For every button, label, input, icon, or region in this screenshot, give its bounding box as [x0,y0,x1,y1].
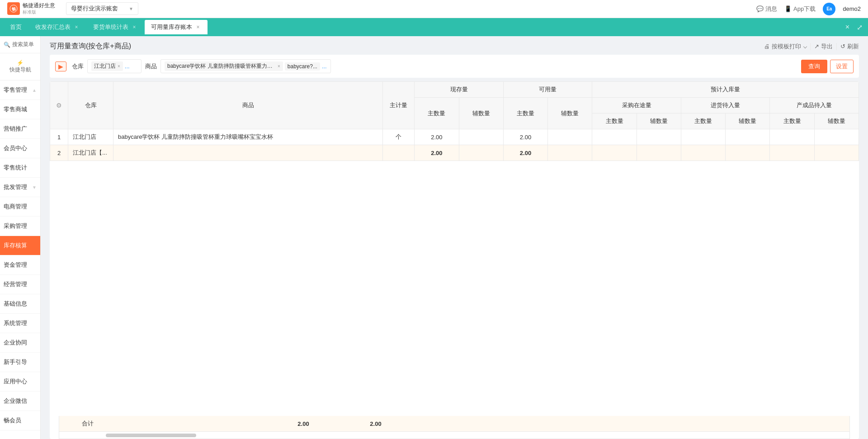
sidebar-item-member-center[interactable]: 会员中心 [0,139,40,158]
product-filter-ellipsis[interactable]: ... [322,63,327,70]
row1-available-aux [548,129,592,145]
sidebar-item-retail-stats[interactable]: 零售统计 [0,158,40,178]
sidebar-item-purchase-mgmt[interactable]: 采购管理 [0,217,40,236]
product-tag-1-value: babycare学饮杯 儿童防摔防撞吸管杯重力球吸嘴杯宝宝水杯 [167,62,276,70]
row1-unit: 个 [383,129,415,145]
sidebar-item-retail-mgmt[interactable]: 零售管理 ▲ [0,80,40,100]
table-settings-icon[interactable]: ⚙ [56,102,62,109]
sidebar-item-retail-stats-label: 零售统计 [4,164,27,172]
user-name[interactable]: demo2 [843,5,861,12]
export-btn[interactable]: ↗ 导出 [814,42,833,51]
sidebar-item-system-mgmt-label: 系统管理 [4,319,27,327]
th-pending-in: 进货待入量 [681,98,770,113]
tab-home[interactable]: 首页 [4,20,28,34]
sidebar-item-app-center[interactable]: 应用中心 [0,372,40,392]
sidebar-item-marketing[interactable]: 营销推广 [0,119,40,139]
content-area: 可用量查询(按仓库+商品) 🖨 按模板打印 ↗ 导出 ↺ 刷新 [41,36,868,439]
tab-receive-send-close[interactable]: × [73,24,80,30]
th-current-main: 主数量 [415,98,459,129]
product-tag-1: babycare学饮杯 儿童防摔防撞吸管杯重力球吸嘴杯宝宝水杯 × [165,61,283,71]
top-bar: 畅 畅捷通好生意 标准版 母婴行业演示账套 ▼ 💬 消息 📱 App下载 Ea … [0,0,868,18]
th-purchase-main: 主数量 [592,113,637,129]
row2-product [113,145,383,161]
scroll-thumb[interactable] [106,434,196,437]
actions-divider-1 [810,43,811,50]
app-logo-icon: 畅 [7,2,20,15]
sidebar-nav-item-quicknav[interactable]: ⚡ 快捷导航 [0,56,40,77]
footer-total-available-main: 2.00 [358,420,394,427]
settings-btn[interactable]: 设置 [830,60,854,73]
th-pendingin-aux: 辅数量 [726,113,770,129]
row2-available-main: 2.00 [503,145,547,161]
sidebar-item-enterprise-collab-label: 企业协同 [4,339,27,347]
row1-available-main: 2.00 [503,129,547,145]
warehouse-filter-label: 仓库 [72,62,84,71]
warehouse-tag-close[interactable]: × [118,64,120,69]
page-title: 可用量查询(按仓库+商品) [50,42,131,51]
warehouse-filter-ellipsis[interactable]: ... [125,63,130,70]
sidebar-item-free-member[interactable]: 畅会员 [0,411,40,430]
tab-expand-btn[interactable]: ⤢ [855,21,864,33]
tab-available-inventory[interactable]: 可用量库存账本 × [145,20,208,34]
th-forecast-in: 预计入库量 [592,82,859,98]
product-filter-input[interactable]: babycare学饮杯 儿童防摔防撞吸管杯重力球吸嘴杯宝宝水杯 × babyca… [160,59,331,73]
tab-close-all-btn[interactable]: × [844,21,851,33]
filter-toggle-btn[interactable]: ▶ [55,61,66,71]
th-settings: ⚙ [50,82,68,129]
th-warehouse: 仓库 [68,82,113,129]
product-tag-2: babycare?... [285,62,320,71]
warehouse-tag: 江北门店 × [91,61,123,71]
sidebar-item-basic-info[interactable]: 基础信息 [0,294,40,314]
message-icon: 💬 [756,5,764,12]
product-tag-1-close[interactable]: × [278,64,280,69]
template-print-label: 按模板打印 [772,42,801,51]
app-download-label: App下载 [793,5,816,13]
sidebar-item-finance-mgmt[interactable]: 资金管理 [0,255,40,275]
sidebar-search-label: 搜索菜单 [12,41,34,48]
refresh-btn[interactable]: ↺ 刷新 [840,42,859,51]
th-purchase-intransit: 采购在途量 [592,98,681,113]
sidebar-item-ops-mgmt[interactable]: 经营管理 [0,275,40,294]
sidebar-item-ecom-mgmt[interactable]: 电商管理 [0,197,40,217]
company-selector[interactable]: 母婴行业演示账套 ▼ [66,2,138,15]
template-print-btn[interactable]: 🖨 按模板打印 [764,42,807,51]
app-download-action[interactable]: 📱 App下载 [784,5,816,13]
query-btn[interactable]: 查询 [801,60,827,73]
template-print-chevron [803,44,807,48]
row1-purchase-aux [637,129,681,145]
top-bar-right: 💬 消息 📱 App下载 Ea demo2 [756,3,861,15]
sidebar-item-finance-mgmt-label: 资金管理 [4,261,27,269]
product-filter-label: 商品 [145,62,157,71]
tab-available-inventory-close[interactable]: × [195,24,201,30]
row1-purchase-main [592,129,637,145]
quicknav-icon: ⚡ [17,60,24,66]
logo-text-area: 畅捷通好生意 标准版 [23,2,55,15]
sidebar-item-new-guide[interactable]: 新手引导 [0,353,40,372]
sidebar-item-wholesale-mgmt[interactable]: 批发管理 ▼ [0,178,40,197]
warehouse-filter-input[interactable]: 江北门店 × ... [87,59,142,73]
th-current-stock: 现存量 [415,82,504,98]
filter-group: 仓库 江北门店 × ... 商品 babycare学饮杯 儿童防摔防撞吸管杯重力… [72,59,796,73]
sidebar-item-enterprise-collab[interactable]: 企业协同 [0,333,40,353]
sidebar-search[interactable]: 🔍 搜索菜单 [0,36,40,53]
tab-order-stats-label: 要货单统计表 [93,23,128,31]
row2-purchase-main [592,145,637,161]
th-current-aux: 辅数量 [459,98,503,129]
message-action[interactable]: 💬 消息 [756,5,777,13]
user-avatar: Ea [823,3,835,15]
th-product-pending-in: 产成品待入量 [770,98,859,113]
tab-receive-send[interactable]: 收发存汇总表 × [29,20,86,34]
tab-order-stats[interactable]: 要货单统计表 × [87,20,144,34]
search-icon: 🔍 [4,42,10,48]
sidebar-item-retail-mall[interactable]: 零售商城 [0,100,40,119]
sidebar-quick-nav[interactable]: ⚡ 快捷导航 [0,53,40,80]
sidebar-item-retail-mgmt-label: 零售管理 [4,86,27,94]
row2-available-aux [548,145,592,161]
sidebar-item-inventory-check[interactable]: 库存核算 [0,236,40,255]
sidebar-item-system-mgmt[interactable]: 系统管理 [0,314,40,333]
sidebar-item-enterprise-wechat[interactable]: 企业微信 [0,392,40,411]
tab-order-stats-close[interactable]: × [131,24,137,30]
horizontal-scrollbar[interactable] [59,432,850,439]
logo-area: 畅 畅捷通好生意 标准版 [7,2,55,15]
message-label: 消息 [765,5,777,13]
